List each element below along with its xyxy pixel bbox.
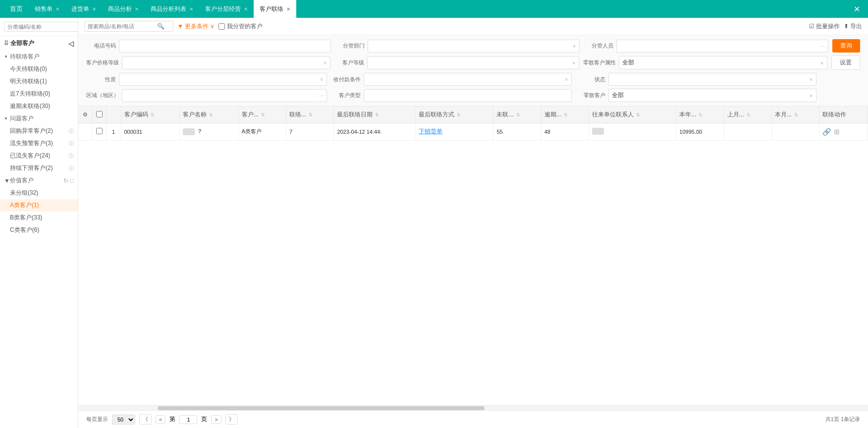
close-sales-tab[interactable]: ✕ <box>55 6 59 12</box>
filter-scatter-cust-select[interactable]: 全部 ∨ <box>608 89 816 102</box>
sidebar-group-problem[interactable]: ▼ 问题客户 <box>0 112 78 125</box>
filter-payment-select[interactable]: ∨ <box>364 73 572 86</box>
filter-phone-input[interactable] <box>119 40 331 53</box>
horizontal-scroll-area[interactable] <box>78 405 868 410</box>
my-customers-checkbox[interactable] <box>218 23 225 30</box>
col-this-year[interactable]: 本年... ⇅ <box>676 107 724 123</box>
nav-tab-customer-contact[interactable]: 客户联络 ✕ <box>254 0 296 18</box>
sidebar-group-value-actions: ↻ □ <box>63 177 74 184</box>
name-blurred-box <box>183 128 195 135</box>
sidebar: 🔍 ⠿ 全部客户 ◁ ▼ 待联络客户 今天待联络(0) 明天待联络(1) 近7天… <box>0 18 78 428</box>
col-last-month[interactable]: 上月... ⇅ <box>724 107 771 123</box>
sidebar-all-customers[interactable]: ⠿ 全部客户 ◁ <box>0 36 78 51</box>
col-unit-contact[interactable]: 往来单位联系人 ⇅ <box>589 107 676 123</box>
sidebar-item-repeat-abnormal[interactable]: 回购异常客户(2) ⓘ <box>0 125 78 137</box>
col-overdue[interactable]: 逾期... ⇅ <box>541 107 589 123</box>
scroll-thumb[interactable] <box>158 406 485 410</box>
export-btn[interactable]: ⬆ 导出 <box>844 22 862 31</box>
sidebar-item-today[interactable]: 今天待联络(0) <box>0 63 78 75</box>
sidebar-item-unclassified[interactable]: 未分组(32) <box>0 187 78 199</box>
filter-manager-select[interactable]: ··· <box>616 40 828 53</box>
nav-tab-product-list[interactable]: 商品分析列表 ✕ <box>145 0 199 18</box>
dots-manager: ··· <box>820 43 825 49</box>
close-all-tabs[interactable]: ✕ <box>850 4 864 14</box>
filter-scatter-select[interactable]: 全部 ∨ <box>619 56 827 69</box>
filter-nature-select[interactable]: ∨ <box>119 73 327 86</box>
current-page-input[interactable] <box>179 415 197 424</box>
sidebar-item-class-c[interactable]: C类客户(6) <box>0 224 78 236</box>
main-search-icon[interactable]: 🔍 <box>157 23 164 30</box>
settings-btn[interactable]: 设置 <box>831 55 860 70</box>
nav-tab-customer-segment[interactable]: 客户分层经营 ✕ <box>199 0 254 18</box>
filter-cust-type-input[interactable] <box>364 89 572 102</box>
sidebar-item-class-a[interactable]: A类客户(1) <box>0 199 78 212</box>
grid-action-icon[interactable]: ⊞ <box>834 128 840 136</box>
info-icon-3[interactable]: ⓘ <box>69 153 74 160</box>
filter-dept-select[interactable]: ∨ <box>368 40 580 53</box>
filter-region: 区域（地区） ··· <box>86 89 327 102</box>
filter-icon: ▼ <box>177 23 183 30</box>
col-no-contact[interactable]: 未联... ⇅ <box>493 107 541 123</box>
chevron-status: ∨ <box>810 77 813 82</box>
nav-tab-sales[interactable]: 销售单 ✕ <box>29 0 65 18</box>
sidebar-search-input[interactable] <box>4 22 78 32</box>
filter-row-1: 电话号码 分管部门 ∨ 分管人员 ··· 查 <box>86 39 860 53</box>
query-btn[interactable]: 查询 <box>832 39 860 53</box>
col-this-month[interactable]: 本月... ⇅ <box>771 107 819 123</box>
my-customers-checkbox-area: 我分管的客户 <box>218 22 263 31</box>
sidebar-item-tomorrow[interactable]: 明天待联络(1) <box>0 75 78 88</box>
sidebar-item-continuous-decline[interactable]: 持续下滑客户(2) ⓘ <box>0 162 78 174</box>
col-row-num <box>106 107 121 123</box>
close-customer-segment-tab[interactable]: ✕ <box>244 6 248 12</box>
info-icon-2[interactable]: ⓘ <box>69 140 74 147</box>
sort-last-month: ⇅ <box>747 112 751 117</box>
refresh-icon[interactable]: ↻ <box>63 177 68 184</box>
col-contact[interactable]: 联络... ⇅ <box>286 107 334 123</box>
sidebar-group-pending[interactable]: ▼ 待联络客户 <box>0 51 78 63</box>
col-gear[interactable]: ⚙ <box>78 107 92 123</box>
filter-cust-level-select[interactable]: ∨ <box>367 56 579 69</box>
filter-region-select[interactable]: ··· <box>122 89 327 102</box>
page-size-select[interactable]: 50 <box>112 415 135 425</box>
sidebar-item-7days[interactable]: 近7天待联络(0) <box>0 88 78 100</box>
nav-tab-product-analysis[interactable]: 商品分析 ✕ <box>102 0 145 18</box>
sidebar-item-lost-predict[interactable]: 流失预警客户(3) ⓘ <box>0 137 78 150</box>
sidebar-item-overdue[interactable]: 逾期未联络(30) <box>0 100 78 112</box>
close-product-analysis-tab[interactable]: ✕ <box>135 6 139 12</box>
next-page-btn[interactable]: > <box>211 415 221 424</box>
filter-dept-label: 分管部门 <box>335 42 365 50</box>
filter-price-select[interactable]: ∨ <box>122 56 330 69</box>
sidebar-item-class-b[interactable]: B类客户(33) <box>0 212 78 224</box>
add-group-icon[interactable]: □ <box>70 177 74 184</box>
more-conditions-btn[interactable]: ▼ 更多条件 ∨ <box>177 22 215 31</box>
col-last-contact-date[interactable]: 最后联络日期 ⇅ <box>334 107 416 123</box>
row-contact: 7 <box>286 123 334 141</box>
col-customer-name[interactable]: 客户名称 ⇅ <box>180 107 239 123</box>
batch-op-btn[interactable]: ☑ 批量操作 <box>809 22 840 31</box>
row-check[interactable] <box>92 123 106 141</box>
main-search-input[interactable] <box>88 23 157 29</box>
select-all-checkbox[interactable] <box>96 111 103 117</box>
sidebar-group-value[interactable]: ▼ 价值客户 ↻ □ <box>0 174 78 187</box>
link-action-icon[interactable]: 🔗 <box>822 128 831 136</box>
filter-cust-type-label: 客户类型 <box>331 92 361 99</box>
close-purchase-tab[interactable]: ✕ <box>92 6 96 12</box>
first-page-btn[interactable]: 《 <box>139 414 152 425</box>
sidebar-item-lost[interactable]: 已流失客户(24) ⓘ <box>0 150 78 162</box>
row-last-contact-method[interactable]: 下销货单 <box>416 123 493 141</box>
col-customer-class[interactable]: 客户... ⇅ <box>238 107 286 123</box>
nav-home[interactable]: 首页 <box>4 0 29 18</box>
info-icon-4[interactable]: ⓘ <box>69 165 74 172</box>
prev-page-btn[interactable]: < <box>156 415 165 424</box>
nav-tab-purchase[interactable]: 进货单 ✕ <box>65 0 102 18</box>
col-last-contact-method[interactable]: 最后联络方式 ⇅ <box>416 107 493 123</box>
info-icon-1[interactable]: ⓘ <box>69 128 74 135</box>
close-customer-contact-tab[interactable]: ✕ <box>286 6 290 12</box>
row-checkbox[interactable] <box>96 128 103 134</box>
col-customer-code[interactable]: 客户编码 ⇅ <box>121 107 180 123</box>
last-contact-method-link[interactable]: 下销货单 <box>419 128 442 135</box>
last-page-btn[interactable]: 》 <box>225 414 238 425</box>
col-check[interactable] <box>92 107 106 123</box>
close-product-list-tab[interactable]: ✕ <box>189 6 193 12</box>
filter-status-select[interactable]: ∨ <box>608 73 816 86</box>
